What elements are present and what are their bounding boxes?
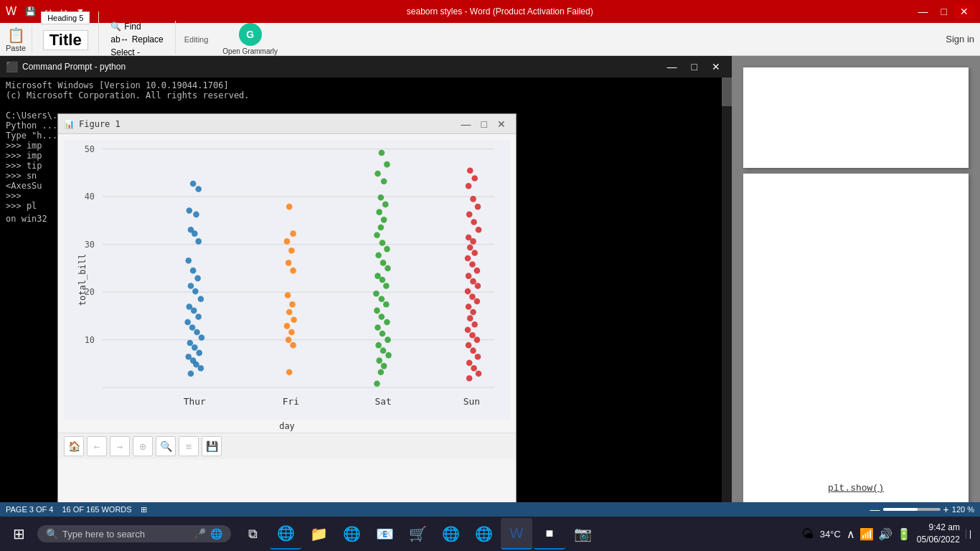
chrome-app[interactable]: 🌐	[435, 518, 466, 550]
svg-point-71	[375, 252, 382, 258]
expand-tray-btn[interactable]: ∧	[847, 527, 855, 541]
svg-point-125	[471, 365, 477, 372]
svg-point-119	[469, 332, 476, 339]
svg-point-45	[290, 230, 296, 237]
svg-point-51	[289, 301, 296, 308]
proofing-icon[interactable]: ⊞	[141, 505, 147, 514]
taskview-btn[interactable]: ⧉	[237, 518, 268, 550]
cortana-circle: 🌐	[210, 528, 222, 540]
cmd-scrollbar[interactable]	[722, 77, 732, 517]
svg-point-123	[475, 354, 481, 360]
figure-toolbar: 🏠 ← → ⊕ 🔍 ≡ 💾	[58, 433, 516, 459]
system-tray: ∧ 📶 🔊 🔋	[847, 527, 911, 541]
figure-close-btn[interactable]: ✕	[493, 118, 510, 130]
title-label: Title	[50, 31, 82, 49]
start-button[interactable]: ⊞	[3, 518, 34, 550]
explorer-app[interactable]: 📁	[303, 518, 334, 550]
svg-point-109	[470, 278, 476, 285]
globe-app[interactable]: 🌐	[468, 518, 499, 550]
search-input[interactable]	[62, 529, 189, 540]
sound-icon[interactable]: 🔊	[878, 527, 892, 541]
word-page-main: plt.show()	[743, 174, 969, 505]
taskbar-clock[interactable]: 9:42 am 05/06/2022	[917, 522, 960, 546]
word-icon: W	[6, 5, 17, 18]
figure-minimize-btn[interactable]: —	[457, 118, 476, 130]
svg-point-83	[374, 324, 381, 331]
camera-app[interactable]: 📷	[567, 518, 598, 550]
x-axis-label: day	[58, 421, 516, 431]
save-quick-btn[interactable]: 💾	[22, 5, 39, 18]
open-grammarly-label[interactable]: Open Grammarly	[222, 47, 278, 55]
show-desktop-btn[interactable]: |	[966, 529, 971, 539]
svg-point-75	[380, 277, 386, 283]
battery-icon[interactable]: 🔋	[897, 527, 911, 541]
svg-point-69	[380, 240, 386, 246]
svg-point-73	[385, 265, 391, 272]
cmd-app[interactable]: ■	[534, 518, 565, 550]
svg-text:Sat: Sat	[374, 396, 391, 407]
find-btn[interactable]: 🔍 Find	[108, 21, 166, 32]
svg-point-36	[187, 340, 194, 347]
pan-tool[interactable]: ⊕	[133, 436, 153, 456]
find-label: Find	[124, 22, 141, 32]
svg-point-88	[385, 352, 392, 359]
store-app[interactable]: 🛒	[402, 518, 433, 550]
svg-point-114	[466, 303, 472, 310]
y-axis-label: total_bill	[77, 254, 88, 306]
network-icon[interactable]: 📶	[859, 527, 874, 541]
search-bar[interactable]: 🔍 🎤 🌐	[37, 525, 231, 542]
zoom-tool[interactable]: 🔍	[156, 436, 176, 456]
svg-point-23	[185, 258, 192, 264]
cmd-scroll-thumb[interactable]	[722, 77, 732, 106]
svg-point-99	[471, 219, 477, 225]
minimize-btn[interactable]: —	[913, 4, 934, 19]
edge-app[interactable]: 🌐	[270, 518, 301, 550]
replace-icon: ab↔	[110, 34, 128, 44]
window-controls: — □ ✕	[913, 4, 974, 19]
svg-point-65	[376, 209, 382, 215]
svg-point-79	[383, 301, 390, 308]
heading5-style[interactable]: Heading 5	[41, 11, 90, 24]
back-tool[interactable]: ←	[87, 436, 107, 456]
forward-tool[interactable]: →	[110, 436, 130, 456]
figure-controls: — □ ✕	[457, 118, 510, 130]
cmd-minimize-btn[interactable]: —	[661, 61, 683, 72]
mail-app[interactable]: 📧	[369, 518, 400, 550]
svg-text:50: 50	[85, 144, 95, 154]
sign-in-btn[interactable]: Sign in	[946, 34, 974, 44]
svg-point-42	[198, 365, 204, 372]
grammarly-group: G Open Grammarly	[222, 23, 278, 55]
svg-point-87	[380, 347, 387, 354]
svg-point-105	[465, 255, 471, 262]
svg-point-66	[381, 217, 387, 223]
svg-point-58	[286, 369, 293, 375]
configure-tool[interactable]: ≡	[179, 436, 199, 456]
cmd-maximize-btn[interactable]: □	[686, 61, 703, 72]
zoom-out-btn[interactable]: —	[870, 504, 880, 515]
taskbar: ⊞ 🔍 🎤 🌐 ⧉ 🌐 📁 🌐 📧 🛒 🌐 🌐 W ■ 📷 🌤 34°C ∧ 📶…	[0, 517, 980, 551]
svg-point-67	[378, 225, 385, 231]
paste-icon: 📋	[7, 27, 25, 44]
close-btn[interactable]: ✕	[954, 4, 974, 19]
title-style[interactable]: Title	[43, 30, 88, 50]
zoom-slider[interactable]	[883, 508, 941, 511]
figure-window[interactable]: 📊 Figure 1 — □ ✕ total_bill	[57, 113, 517, 504]
editing-group: 🔍 Find ab↔ Replace Select -	[108, 21, 175, 58]
figure-titlebar: 📊 Figure 1 — □ ✕	[58, 114, 516, 134]
save-tool[interactable]: 💾	[202, 436, 222, 456]
svg-point-122	[470, 347, 476, 354]
replace-btn[interactable]: ab↔ Replace	[108, 34, 166, 45]
zoom-in-btn[interactable]: +	[943, 504, 949, 515]
edge2-app[interactable]: 🌐	[336, 518, 367, 550]
word-app[interactable]: W	[501, 518, 532, 550]
maximize-btn[interactable]: □	[936, 4, 953, 19]
paste-label: Paste	[6, 44, 26, 52]
cmd-close-btn[interactable]: ✕	[706, 61, 726, 72]
svg-point-56	[286, 336, 292, 343]
svg-text:30: 30	[85, 240, 95, 250]
home-tool[interactable]: 🏠	[64, 436, 84, 456]
svg-point-118	[465, 326, 471, 333]
svg-point-47	[288, 248, 295, 254]
cmd-line-3	[6, 100, 726, 110]
figure-maximize-btn[interactable]: □	[477, 118, 491, 130]
